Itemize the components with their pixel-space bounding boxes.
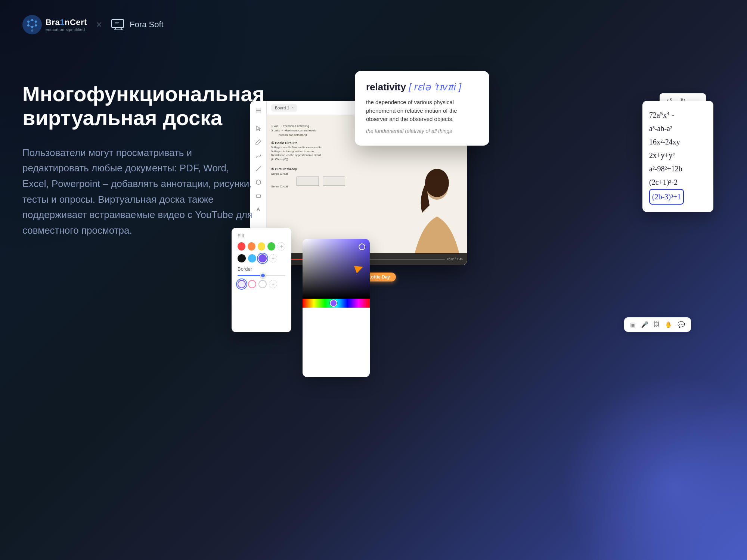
- board-tab-close[interactable]: ×: [292, 106, 294, 110]
- add-color-button-2[interactable]: +: [269, 254, 277, 262]
- math-line-4: 2x+y+y²: [649, 149, 707, 162]
- braincert-icon: [22, 15, 42, 34]
- person-area: [407, 164, 467, 254]
- color-spectrum[interactable]: [303, 299, 370, 308]
- color-green[interactable]: [267, 242, 275, 251]
- braincert-text: Bra1nCert education sipmilified: [46, 18, 87, 32]
- border-slider[interactable]: [238, 275, 285, 276]
- math-line-3: 16x²-24xy: [649, 135, 707, 149]
- svg-rect-27: [256, 195, 261, 197]
- add-color-button[interactable]: +: [278, 242, 285, 251]
- forasoft-icon: [111, 17, 126, 32]
- dict-example: the fundamental relativity of all things: [366, 127, 478, 135]
- braincert-name: Bra1nCert: [46, 18, 87, 27]
- bottom-toolbar: ▣ 🎤 🖼 ✋ 💬: [624, 317, 691, 332]
- wb-text-3: Voltage - results flow and is measured i…: [271, 146, 322, 161]
- draw-tool[interactable]: [253, 150, 264, 161]
- forasoft-logo[interactable]: Fora Soft: [111, 17, 163, 32]
- color-yellow[interactable]: [258, 242, 266, 251]
- gradient-thumb: [359, 243, 365, 250]
- logo-separator: ×: [96, 19, 102, 31]
- math-line-7: (2b-3)³+1: [652, 190, 681, 203]
- color-blue[interactable]: [248, 254, 256, 262]
- tool-hand[interactable]: ✋: [665, 321, 672, 328]
- text-tool[interactable]: A: [253, 204, 264, 214]
- eraser-tool[interactable]: [253, 190, 264, 201]
- tool-chat[interactable]: 💬: [678, 321, 685, 328]
- math-line-1: 72a⁵x⁴ -: [649, 108, 707, 122]
- border-slider-thumb: [260, 273, 266, 278]
- math-line-5: a²-98²+12b: [649, 162, 707, 175]
- braincert-tagline: education sipmilified: [46, 27, 87, 32]
- pen-tool[interactable]: [253, 137, 264, 147]
- wb-text-5: Series Circuit Series Circuit: [271, 172, 288, 189]
- math-line-7-wrapper: (2b-3)³+1: [649, 189, 684, 205]
- stroke-white[interactable]: [258, 280, 267, 288]
- fill-color-panel: Fill + + Border +: [232, 228, 291, 332]
- tool-image[interactable]: 🖼: [654, 321, 660, 328]
- right-area: relativity [ rɛlə ˈtɪvɪti ] the dependen…: [243, 71, 728, 407]
- dict-definition: the dependence of various physical pheno…: [366, 98, 478, 124]
- description-text: Пользователи могут просматривать и редак…: [22, 145, 254, 239]
- forasoft-name: Fora Soft: [130, 20, 163, 29]
- svg-point-29: [425, 169, 449, 197]
- spectrum-thumb: [330, 299, 337, 307]
- color-black[interactable]: [238, 254, 246, 262]
- left-content: Многофункциональная виртуальная доска По…: [22, 82, 254, 238]
- circuit-box-2: [323, 177, 345, 186]
- stroke-pink[interactable]: [248, 280, 256, 288]
- dictionary-card: relativity [ rɛlə ˈtɪvɪti ] the dependen…: [355, 71, 489, 146]
- math-line-2: a³-ab-a²: [649, 122, 707, 135]
- header: Bra1nCert education sipmilified × Fora S…: [22, 15, 164, 34]
- select-tool[interactable]: [253, 123, 264, 134]
- color-picker-panel: [303, 239, 370, 377]
- dict-word: relativity [ rɛlə ˈtɪvɪti ]: [366, 81, 478, 93]
- svg-line-25: [256, 167, 261, 171]
- tool-screen[interactable]: ▣: [630, 321, 636, 328]
- fill-colors-row-2: +: [238, 254, 285, 262]
- menu-icon[interactable]: [253, 105, 264, 116]
- math-line-6: (2c+1)³-2: [649, 175, 707, 189]
- time-display: 0:32 / 1:45: [447, 257, 463, 261]
- fill-colors-row: +: [238, 242, 285, 251]
- line-tool[interactable]: [253, 164, 264, 174]
- dict-pronunciation: [ rɛlə ˈtɪvɪti ]: [409, 81, 461, 93]
- border-label: Border: [238, 266, 285, 272]
- color-purple[interactable]: [258, 254, 267, 262]
- tool-mic[interactable]: 🎤: [641, 321, 648, 328]
- color-orange[interactable]: [248, 242, 255, 251]
- wb-text-2: ① Basic Circuits: [271, 141, 298, 145]
- wb-text-4: ⑤ Circuit theory: [271, 167, 297, 171]
- shape-tool[interactable]: [253, 177, 264, 187]
- wb-text-1: 1 volt → Threshold of feeling 5 units → …: [271, 124, 316, 137]
- math-panel: 72a⁵x⁴ - a³-ab-a² 16x²-24xy 2x+y+y² a²-9…: [642, 101, 713, 212]
- circuit-box-1: [297, 177, 319, 186]
- color-red[interactable]: [238, 242, 245, 251]
- stroke-colors-row: +: [238, 280, 285, 288]
- svg-point-26: [256, 180, 261, 184]
- main-title: Многофункциональная виртуальная доска: [22, 82, 254, 130]
- board-tab[interactable]: Board 1 ×: [271, 104, 297, 112]
- braincert-logo[interactable]: Bra1nCert education sipmilified: [22, 15, 87, 34]
- add-stroke-button[interactable]: +: [269, 280, 277, 288]
- stroke-purple[interactable]: [238, 280, 246, 288]
- svg-rect-16: [112, 19, 124, 28]
- board-tab-label: Board 1: [275, 106, 289, 110]
